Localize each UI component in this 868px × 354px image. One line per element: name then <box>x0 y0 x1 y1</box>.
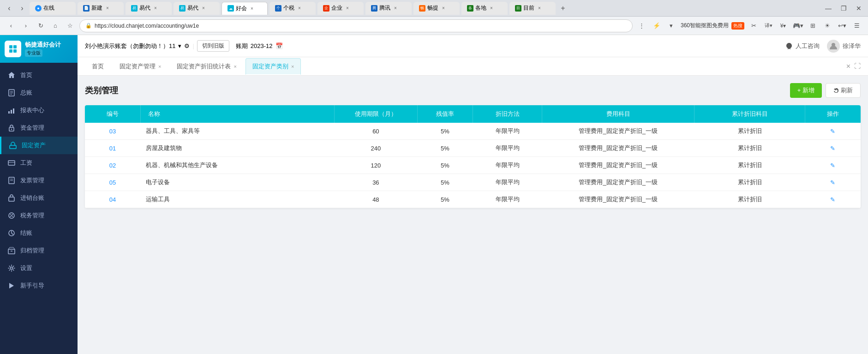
row1-code[interactable]: 03 <box>85 123 140 140</box>
edit-icon[interactable]: ✎ <box>830 162 835 169</box>
tab-close-fixed-assets[interactable]: × <box>158 64 161 69</box>
sidebar-item-fixed-assets[interactable]: 固定资产 <box>0 137 78 154</box>
row4-edit[interactable]: ✎ <box>805 174 861 191</box>
browser-tab-yidai1[interactable]: 易 易代 × <box>126 2 172 15</box>
win-close-btn[interactable]: ✕ <box>853 4 864 13</box>
nav-bookmark-btn[interactable]: ☆ <box>65 20 76 31</box>
address-bar[interactable]: 🔒 https://cloud.chanjet.com/accounting/u… <box>79 19 633 32</box>
cut-icon-btn[interactable]: ✂ <box>748 20 759 31</box>
browser-tab-corp[interactable]: 企 企业 × <box>317 2 364 15</box>
grid-btn[interactable]: ⊞ <box>807 20 818 31</box>
svg-rect-8 <box>8 111 10 114</box>
browser-tab-online[interactable]: ● 在线 <box>30 2 76 15</box>
tab-close-depreciation[interactable]: × <box>233 64 236 69</box>
row2-edit[interactable]: ✎ <box>805 140 861 157</box>
address-url: https://cloud.chanjet.com/accounting/uw1… <box>95 23 199 29</box>
undo-btn[interactable]: ↩▾ <box>837 20 848 31</box>
edit-icon[interactable]: ✎ <box>830 128 835 135</box>
browser-tab-tax[interactable]: 个 个税 × <box>269 2 316 15</box>
refresh-btn[interactable]: 刷新 <box>826 83 861 98</box>
sidebar: 畅捷通好会计 专业版 首页 总账 报表中心 <box>0 35 78 354</box>
tab-home[interactable]: 首页 <box>85 58 111 75</box>
sidebar-item-settings[interactable]: 设置 <box>0 259 78 277</box>
sidebar-item-invoice[interactable]: 发票管理 <box>0 172 78 189</box>
row1-period: 60 <box>334 123 417 140</box>
win-minimize-btn[interactable]: — <box>822 4 834 13</box>
game-btn[interactable]: 🎮▾ <box>792 20 803 31</box>
old-version-btn[interactable]: 切到旧版 <box>197 40 229 52</box>
page-actions: + 新增 刷新 <box>790 83 861 98</box>
svg-rect-2 <box>9 49 12 53</box>
browser-tab-tencent[interactable]: 腾 腾讯 × <box>365 2 412 15</box>
sidebar-item-tax[interactable]: 税务管理 <box>0 207 78 224</box>
fixed-assets-icon <box>9 141 17 150</box>
currency-btn[interactable]: ¥▾ <box>778 20 789 31</box>
row3-code[interactable]: 02 <box>85 157 140 174</box>
tab-close-category[interactable]: × <box>291 64 294 69</box>
sync-btn[interactable]: ▾ <box>666 20 677 31</box>
period-value: 2023-12 <box>251 42 273 49</box>
browser-menu-btn[interactable]: ⋮ <box>636 20 647 31</box>
tab-fixed-assets-mgmt[interactable]: 固定资产管理 × <box>113 58 168 75</box>
search-area[interactable]: 360智能抠图免费用 热搜 <box>681 22 744 30</box>
sidebar-item-home[interactable]: 首页 <box>0 66 78 84</box>
tab-asset-category[interactable]: 固定资产类别 × <box>245 58 301 75</box>
account-dropdown-icon[interactable]: ▾ <box>178 42 181 49</box>
row2-code[interactable]: 01 <box>85 140 140 157</box>
tab-bar: 首页 固定资产管理 × 固定资产折旧统计表 × 固定资产类别 × × ⛶ <box>78 57 868 76</box>
calendar-icon[interactable]: 📅 <box>275 42 283 49</box>
edit-icon[interactable]: ✎ <box>830 145 835 152</box>
username-label: 徐泽华 <box>843 42 861 50</box>
row5-edit[interactable]: ✎ <box>805 191 861 208</box>
row3-method: 年限平均 <box>473 157 542 174</box>
nav-back-btn[interactable]: ‹ <box>6 20 17 31</box>
row5-code[interactable]: 04 <box>85 191 140 208</box>
finance-icon <box>7 124 16 132</box>
win-restore-btn[interactable]: ❐ <box>838 4 850 13</box>
tab-depreciation-stats[interactable]: 固定资产折旧统计表 × <box>170 58 243 75</box>
add-btn[interactable]: + 新增 <box>790 83 822 98</box>
data-table: 编号 名称 使用期限（月） 残值率 折旧方法 费用科目 累计折旧科目 操作 03 <box>85 105 861 208</box>
browser-tab-active[interactable]: ☁ 好会 × <box>221 2 268 15</box>
nav-forward-btn[interactable]: › <box>20 20 31 31</box>
sidebar-item-archive[interactable]: 归档管理 <box>0 242 78 259</box>
sidebar-item-reports[interactable]: 报表中心 <box>0 102 78 119</box>
sidebar-item-guide[interactable]: 新手引导 <box>0 277 78 294</box>
sidebar-item-finance[interactable]: 资金管理 <box>0 119 78 137</box>
nav-refresh-btn[interactable]: ↻ <box>35 20 46 31</box>
extensions-btn[interactable]: ⚡ <box>651 20 662 31</box>
sidebar-item-ledger[interactable]: 总账 <box>0 84 78 102</box>
account-settings-icon[interactable]: ⚙ <box>184 42 190 49</box>
brightness-btn[interactable]: ☀ <box>822 20 833 31</box>
browser-tab-changtijia[interactable]: 畅 畅提 × <box>413 2 460 15</box>
browser-tab-yidai2[interactable]: 易 易代 × <box>174 2 220 15</box>
col-accumulated: 累计折旧科目 <box>694 105 805 123</box>
svg-rect-19 <box>9 197 14 201</box>
tab-bar-close-btn[interactable]: × <box>846 62 850 71</box>
reports-icon <box>7 106 16 114</box>
header-user: 徐泽华 <box>827 40 861 53</box>
browser-back-btn[interactable]: ‹ <box>4 3 15 14</box>
tab-bar-expand-btn[interactable]: ⛶ <box>854 62 861 71</box>
browser-tab-gedi[interactable]: 各 各地 × <box>461 2 508 15</box>
new-tab-btn[interactable]: + <box>557 3 569 14</box>
browser-tab-new1[interactable]: 📄 新建 × <box>78 2 124 15</box>
edit-icon[interactable]: ✎ <box>830 196 835 203</box>
browser-tab-mumu[interactable]: 目 目前 × <box>509 2 556 15</box>
row1-edit[interactable]: ✎ <box>805 123 861 140</box>
sidebar-item-closing[interactable]: 结账 <box>0 224 78 242</box>
translate-btn[interactable]: 译▾ <box>763 20 774 31</box>
browser-settings-btn[interactable]: ☰ <box>851 20 862 31</box>
row4-period: 36 <box>334 174 417 191</box>
sidebar-item-inventory[interactable]: 进销台账 <box>0 189 78 207</box>
guide-icon <box>7 282 16 290</box>
service-area[interactable]: 人工咨询 <box>785 42 820 50</box>
browser-nav-bar: ‹ › ↻ ⌂ ☆ 🔒 https://cloud.chanjet.com/ac… <box>0 17 868 35</box>
edit-icon[interactable]: ✎ <box>830 179 835 186</box>
browser-forward-btn[interactable]: › <box>17 3 28 14</box>
row3-edit[interactable]: ✎ <box>805 157 861 174</box>
row1-accumulated: 累计折旧 <box>694 123 805 140</box>
nav-home-btn[interactable]: ⌂ <box>50 20 61 31</box>
row4-code[interactable]: 05 <box>85 174 140 191</box>
sidebar-item-payroll[interactable]: 工资 <box>0 154 78 172</box>
